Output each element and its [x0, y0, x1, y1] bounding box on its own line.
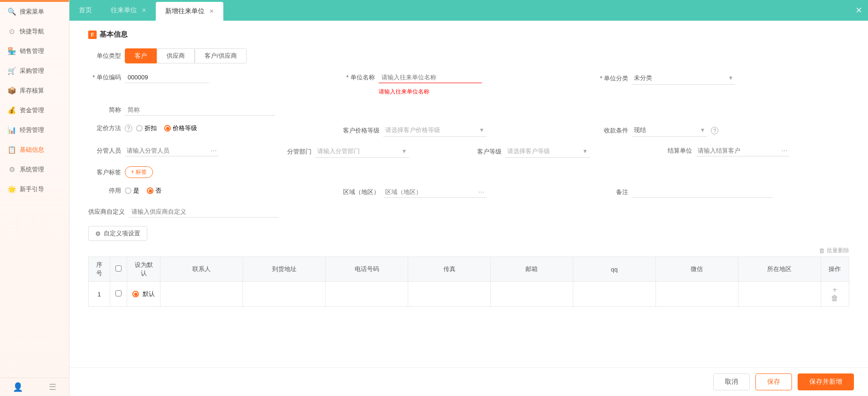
unit-type-row: 单位类型 客户 供应商 客户/供应商: [88, 48, 849, 63]
phone-input[interactable]: [330, 291, 403, 298]
payment-help-icon[interactable]: ?: [711, 127, 718, 134]
tab-partners-close[interactable]: ✕: [142, 7, 146, 14]
sidebar-item-label: 基础信息: [20, 146, 44, 154]
save-new-button[interactable]: 保存并新增: [798, 373, 854, 390]
cancel-button[interactable]: 取消: [713, 373, 750, 390]
chevron-down-icon: ▼: [402, 148, 407, 155]
select-all-checkbox[interactable]: [115, 265, 122, 272]
row-checkbox[interactable]: [115, 290, 122, 296]
sidebar-item-operation[interactable]: 📊 经营管理: [0, 120, 69, 140]
sidebar-item-quicknav[interactable]: ⊙ 快捷导航: [0, 22, 69, 41]
customer-level-select[interactable]: 请选择客户等级 ▼: [505, 145, 590, 158]
sidebar-menu-icon[interactable]: ☰: [49, 382, 56, 392]
qq-input[interactable]: [578, 291, 651, 298]
save-button[interactable]: 保存: [755, 373, 792, 390]
department-label: 分管部门: [279, 148, 312, 156]
area-input[interactable]: [743, 291, 816, 298]
tab-partners[interactable]: 往来单位 ✕: [101, 0, 156, 21]
tab-new-partner-close[interactable]: ✕: [209, 8, 214, 15]
customer-price-level-placeholder: 请选择客户价格等级: [385, 126, 479, 134]
unit-category-label: * 单位分类: [595, 74, 628, 83]
disabled-no-radio[interactable]: 否: [147, 186, 161, 195]
cell-fax[interactable]: [408, 282, 491, 307]
custom-settings-button[interactable]: ⚙ 自定义项设置: [88, 226, 147, 241]
chevron-down-icon: ▼: [728, 75, 733, 81]
cell-checkbox[interactable]: [110, 282, 127, 307]
unit-type-label: 单位类型: [88, 52, 121, 60]
unit-btn-both[interactable]: 客户/供应商: [195, 48, 247, 63]
pricing-level-radio[interactable]: 价格等级: [164, 124, 197, 132]
tab-bar-close-button[interactable]: ✕: [855, 5, 862, 16]
short-name-input[interactable]: [125, 104, 275, 116]
customer-price-level-select[interactable]: 请选择客户价格等级 ▼: [383, 124, 487, 137]
sidebar-user-icon[interactable]: 👤: [13, 382, 23, 392]
delete-row-button[interactable]: 🗑: [830, 294, 840, 303]
sidebar-item-system[interactable]: ⚙ 系统管理: [0, 160, 69, 179]
unit-btn-customer[interactable]: 客户: [125, 48, 157, 63]
payment-terms-label: 收款条件: [595, 126, 628, 135]
manager-input[interactable]: [125, 145, 209, 156]
manager-more-icon[interactable]: ···: [209, 147, 219, 155]
sidebar-item-purchase[interactable]: 🛒 采购管理: [0, 61, 69, 81]
pricing-method-group: 定价方法 ? 折扣 价格等级: [88, 124, 342, 132]
form-content: F 基本信息 单位类型 客户 供应商 客户/供应商 * 单位编码 *: [69, 21, 868, 367]
disabled-region-row: 停用 是 否 区域（地区）: [88, 186, 849, 198]
pricing-help-icon[interactable]: ?: [125, 124, 132, 132]
cell-wechat[interactable]: [655, 282, 738, 307]
department-select[interactable]: 请输入分管部门 ▼: [315, 145, 409, 158]
cell-contact[interactable]: [160, 282, 243, 307]
settlement-more-icon[interactable]: ···: [779, 147, 789, 155]
chevron-down-icon: ▼: [479, 127, 485, 133]
unit-code-input[interactable]: [125, 72, 209, 83]
manager-input-group: ···: [125, 145, 219, 156]
sidebar-item-guide[interactable]: 🌟 新手引导: [0, 179, 69, 199]
cell-seq: 1: [89, 282, 110, 307]
contact-input[interactable]: [165, 291, 238, 298]
tab-new-partner[interactable]: 新增往来单位 ✕: [156, 2, 223, 21]
note-input[interactable]: [632, 186, 773, 198]
address-input[interactable]: [248, 291, 320, 298]
tab-new-partner-label: 新增往来单位: [165, 7, 205, 16]
region-input-group: ···: [383, 186, 487, 198]
tab-home[interactable]: 首页: [69, 0, 101, 21]
sidebar-item-inventory[interactable]: 📦 库存核算: [0, 81, 69, 101]
sidebar-item-finance[interactable]: 💰 资金管理: [0, 101, 69, 120]
wechat-input[interactable]: [661, 291, 733, 298]
region-more-icon[interactable]: ···: [476, 188, 486, 196]
trash-icon: 🗑: [819, 247, 825, 254]
table-row: 1 默认: [89, 282, 849, 307]
payment-terms-value: 现结: [634, 126, 700, 134]
sidebar-item-basic[interactable]: 📋 基础信息: [0, 140, 69, 160]
pricing-method-label: 定价方法: [88, 124, 121, 132]
cell-address[interactable]: [243, 282, 326, 307]
unit-category-select[interactable]: 未分类 ▼: [632, 72, 735, 85]
unit-btn-supplier[interactable]: 供应商: [157, 48, 195, 63]
guide-icon: 🌟: [8, 185, 16, 194]
default-radio[interactable]: 默认: [132, 290, 156, 298]
fax-input[interactable]: [413, 291, 486, 298]
customer-tag-group: 客户标签 + 标签: [88, 166, 849, 178]
add-row-button[interactable]: +: [831, 286, 838, 294]
sidebar-item-search[interactable]: 🔍 搜索菜单: [0, 2, 69, 22]
region-input[interactable]: [383, 186, 477, 197]
disabled-yes-radio[interactable]: 是: [125, 186, 139, 195]
email-input[interactable]: [495, 291, 568, 298]
cell-phone[interactable]: [326, 282, 408, 307]
batch-delete-label[interactable]: 批量删除: [827, 247, 849, 255]
col-checkbox[interactable]: [110, 257, 127, 282]
settlement-unit-input[interactable]: [696, 145, 780, 156]
unit-name-input[interactable]: [379, 72, 482, 83]
cell-action: + 🗑: [821, 282, 849, 307]
cell-email[interactable]: [490, 282, 573, 307]
sidebar-item-sales[interactable]: 🏪 销售管理: [0, 41, 69, 61]
cell-qq[interactable]: [573, 282, 655, 307]
pricing-discount-radio[interactable]: 折扣: [136, 124, 157, 132]
cell-area[interactable]: [738, 282, 821, 307]
add-tag-button[interactable]: + 标签: [125, 166, 153, 178]
pricing-row: 定价方法 ? 折扣 价格等级 客户价格等级: [88, 124, 849, 137]
supplier-custom-input[interactable]: [129, 206, 279, 217]
supplier-custom-group: 供应商自定义: [88, 206, 849, 217]
default-radio-dot: [134, 293, 137, 296]
payment-terms-select[interactable]: 现结 ▼: [632, 124, 707, 137]
tab-home-label: 首页: [79, 6, 92, 15]
